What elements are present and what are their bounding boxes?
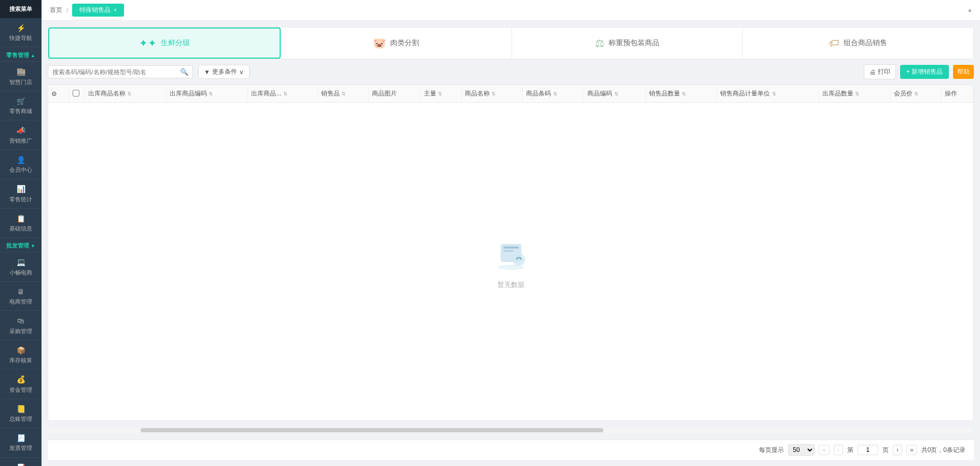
print-btn[interactable]: 🖨 打印 xyxy=(864,64,896,79)
svg-point-6 xyxy=(519,258,521,259)
search-icon[interactable]: 🔍 xyxy=(180,68,188,76)
page-number-input[interactable] xyxy=(858,445,878,455)
wholesale-mgmt-arrow: ▼ xyxy=(31,243,35,249)
toolbar-right: 🖨 打印 + 新增销售品 帮助 xyxy=(864,64,974,79)
th-label: 商品名称 xyxy=(465,90,490,97)
sidebar-item-label: 零售统计 xyxy=(9,196,32,203)
sidebar-item-label: 零售商城 xyxy=(9,107,32,115)
sidebar-item-purchase-mgmt[interactable]: 🛍 采购管理 xyxy=(0,311,42,340)
th-sale-qty: 销售品数量 ⇅ xyxy=(645,85,717,103)
first-page-btn[interactable]: « xyxy=(819,445,830,455)
sidebar-section-wholesale[interactable]: 批发管理 ▼ xyxy=(0,238,42,252)
sidebar-item-retail-stats[interactable]: 📊 零售统计 xyxy=(0,179,42,208)
wholesale-mgmt-label: 批发管理 xyxy=(6,242,29,250)
sidebar-item-label: 智慧门店 xyxy=(9,78,32,86)
data-table: ⚙ 出库商品名称 ⇅ 出库商品编码 ⇅ 出库 xyxy=(48,85,973,103)
print-label: 打印 xyxy=(878,67,890,76)
print-icon: 🖨 xyxy=(869,68,876,76)
sort-icon-sale-qty[interactable]: ⇅ xyxy=(682,91,686,97)
sidebar-item-label: 电商管理 xyxy=(9,298,32,305)
sidebar-item-label: 资金管理 xyxy=(9,386,32,393)
tab-label: 特殊销售品 xyxy=(79,6,111,15)
tab-fresh-grade[interactable]: ✦✦ 生鲜分级 xyxy=(48,28,281,59)
topbar: 首页 / 特殊销售品 × ● xyxy=(42,0,980,21)
fresh-grade-icon: ✦✦ xyxy=(139,37,157,49)
tab-close-btn[interactable]: × xyxy=(114,7,117,13)
sort-icon-sale-unit[interactable]: ⇅ xyxy=(772,91,776,97)
sidebar-section-retail[interactable]: 零售管理 ▲ xyxy=(0,47,42,62)
empty-text: 暂无数据 xyxy=(498,280,524,290)
th-product-name: 商品名称 ⇅ xyxy=(462,85,523,103)
sort-icon-out-product-code[interactable]: ⇅ xyxy=(209,91,213,97)
sidebar-item-retail-mall[interactable]: 🛒 零售商城 xyxy=(0,91,42,120)
sort-icon-product-name[interactable]: ⇅ xyxy=(491,91,495,97)
th-settings[interactable]: ⚙ xyxy=(48,85,69,103)
total-info: 共0页，0条记录 xyxy=(921,446,965,455)
sort-icon-out-product-name[interactable]: ⇅ xyxy=(127,91,131,97)
sidebar-logo[interactable]: 搜索菜单 xyxy=(0,0,42,18)
sidebar-item-general-ledger[interactable]: 📒 总账管理 xyxy=(0,399,42,428)
next-page-btn[interactable]: › xyxy=(893,445,902,455)
tax-mgmt-icon: 📑 xyxy=(17,463,25,466)
sort-icon-member-price[interactable]: ⇅ xyxy=(914,91,918,97)
sales-promo-icon: 📣 xyxy=(17,126,25,135)
th-operation: 操作 xyxy=(942,85,973,103)
sidebar-item-label: 总账管理 xyxy=(9,415,32,422)
th-label: 商品图片 xyxy=(372,90,397,97)
help-btn[interactable]: 帮助 xyxy=(953,65,974,79)
sidebar-item-member-center[interactable]: 👤 会员中心 xyxy=(0,150,42,179)
tab-label: 生鲜分级 xyxy=(161,38,190,48)
sidebar-item-inventory[interactable]: 📦 库存核算 xyxy=(0,340,42,369)
tab-label: 组合商品销售 xyxy=(844,38,887,48)
filter-label: 更多条件 xyxy=(212,67,237,76)
main-area: 首页 / 特殊销售品 × ● ✦✦ 生鲜分级 🐷 肉类分割 ⚖ 称重预包装商品 xyxy=(42,0,980,466)
sidebar-item-tax-mgmt[interactable]: 📑 税务管理 xyxy=(0,458,42,466)
scrollbar-thumb[interactable] xyxy=(141,428,604,432)
active-tab[interactable]: 特殊销售品 × xyxy=(72,4,124,17)
sort-icon-sale-product[interactable]: ⇅ xyxy=(341,91,346,97)
tab-combo-sale[interactable]: 🏷 组合商品销售 xyxy=(743,28,973,59)
sidebar-item-invoice-mgmt[interactable]: 🧾 发票管理 xyxy=(0,428,42,457)
th-product-image: 商品图片 xyxy=(369,85,421,103)
sort-icon-product-code[interactable]: ⇅ xyxy=(614,91,618,97)
sort-icon-main-weight[interactable]: ⇅ xyxy=(438,91,442,97)
home-link[interactable]: 首页 xyxy=(50,6,62,15)
prev-page-btn[interactable]: ‹ xyxy=(834,445,843,455)
sort-icon-product-barcode[interactable]: ⇅ xyxy=(553,91,557,97)
sort-icon-out-product-x[interactable]: ⇅ xyxy=(283,91,287,97)
sidebar-item-label: 小畅电商 xyxy=(9,269,32,276)
sidebar-item-quick-nav[interactable]: ⚡ 快捷导航 xyxy=(0,18,42,47)
basic-info-icon: 📋 xyxy=(17,214,25,223)
sidebar-item-mini-ecom[interactable]: 💻 小畅电商 xyxy=(0,252,42,281)
th-out-product-x: 出库商品... ⇅ xyxy=(248,85,318,103)
sidebar-item-label: 基础信息 xyxy=(9,225,32,232)
th-label: 出库品数量 xyxy=(822,90,853,97)
empty-state: 暂无数据 xyxy=(48,103,973,420)
filter-btn[interactable]: ▼ 更多条件 ∨ xyxy=(198,65,250,79)
sidebar-item-ecom-mgmt[interactable]: 🖥 电商管理 xyxy=(0,282,42,311)
search-box[interactable]: 🔍 xyxy=(48,65,193,78)
tab-meat-cut[interactable]: 🐷 肉类分割 xyxy=(281,28,512,59)
empty-illustration xyxy=(490,234,532,275)
th-member-price: 会员价 ⇅ xyxy=(890,85,942,103)
sidebar-item-smart-store[interactable]: 🏬 智慧门店 xyxy=(0,62,42,91)
per-page-select[interactable]: 50 10 20 100 xyxy=(788,444,815,456)
sidebar-item-label: 快捷导航 xyxy=(9,34,32,42)
sidebar-item-basic-info[interactable]: 📋 基础信息 xyxy=(0,209,42,238)
add-sales-btn[interactable]: + 新增销售品 xyxy=(900,65,949,79)
th-label: 商品编码 xyxy=(587,90,612,97)
retail-mgmt-label: 零售管理 xyxy=(6,51,29,59)
th-label: 操作 xyxy=(945,90,957,97)
search-input[interactable] xyxy=(52,68,177,76)
tab-weight-pkg[interactable]: ⚖ 称重预包装商品 xyxy=(512,28,743,59)
inventory-icon: 📦 xyxy=(17,346,25,355)
sidebar-item-finance[interactable]: 💰 资金管理 xyxy=(0,369,42,399)
sidebar-item-sales-promo[interactable]: 📣 营销推广 xyxy=(0,120,42,149)
pagination: 每页显示 50 10 20 100 « ‹ 第 页 › » 共0页，0条记录 xyxy=(48,440,974,460)
th-checkbox[interactable] xyxy=(69,85,85,103)
last-page-btn[interactable]: » xyxy=(906,445,917,455)
select-all-checkbox[interactable] xyxy=(73,90,79,97)
horizontal-scrollbar[interactable] xyxy=(48,428,974,432)
sidebar: 搜索菜单 ⚡ 快捷导航 零售管理 ▲ 🏬 智慧门店 🛒 零售商城 📣 营销推广 … xyxy=(0,0,42,466)
sort-icon-out-qty[interactable]: ⇅ xyxy=(855,91,859,97)
